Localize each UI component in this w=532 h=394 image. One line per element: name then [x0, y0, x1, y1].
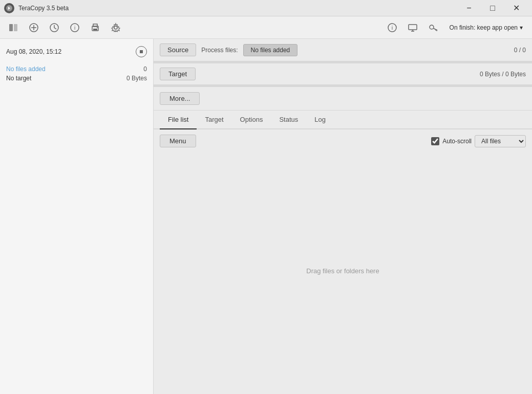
svg-text:i: i [74, 25, 75, 31]
maximize-button[interactable]: □ [481, 0, 504, 16]
stop-button[interactable] [136, 46, 147, 57]
checksum-icon: i [70, 23, 80, 33]
files-value: 0 [143, 65, 147, 73]
checksum-button[interactable]: i [66, 18, 84, 37]
key-icon [428, 23, 438, 33]
main-window: i i [0, 16, 532, 394]
right-panel: Source Process files: No files added 0 /… [154, 39, 532, 394]
settings-button[interactable] [107, 18, 125, 37]
print-icon [90, 23, 100, 33]
svg-point-19 [430, 25, 434, 29]
app-logo [4, 3, 14, 13]
on-finish-button[interactable]: On finish: keep app open ▾ [444, 22, 528, 33]
more-row: More... [154, 87, 532, 111]
menu-button[interactable]: Menu [160, 135, 196, 147]
monitor-button[interactable] [403, 18, 422, 37]
process-label: Process files: [201, 47, 238, 54]
autoscroll-checkbox[interactable] [431, 137, 439, 145]
target-label: No target [6, 75, 31, 82]
panel-toggle-button[interactable] [4, 18, 23, 37]
key-button[interactable] [424, 18, 442, 37]
info-button[interactable]: i [383, 18, 401, 37]
add-button[interactable] [25, 18, 43, 37]
panel-toggle-icon [8, 23, 18, 33]
svg-rect-2 [14, 24, 17, 31]
svg-text:i: i [391, 25, 392, 31]
content-area: Aug 08, 2020, 15:12 No files added 0 No … [0, 39, 532, 394]
target-size-info: 0 Bytes / 0 Bytes [480, 71, 526, 78]
history-icon [49, 23, 59, 33]
files-stat: No files added 0 [4, 64, 149, 74]
left-panel: Aug 08, 2020, 15:12 No files added 0 No … [0, 39, 154, 394]
close-button[interactable]: ✕ [504, 0, 528, 16]
on-finish-chevron: ▾ [520, 24, 523, 31]
file-list-area: Menu Auto-scroll All files Copied Skippe… [154, 129, 532, 394]
svg-point-12 [97, 27, 98, 28]
tab-status[interactable]: Status [271, 111, 306, 129]
app-title: TeraCopy 3.5 beta [18, 5, 457, 12]
filter-select[interactable]: All files Copied Skipped Failed [475, 135, 526, 147]
settings-icon [111, 23, 121, 33]
svg-rect-16 [409, 25, 417, 30]
file-count: 0 / 0 [514, 47, 526, 54]
source-row: Source Process files: No files added 0 /… [154, 39, 532, 61]
left-panel-header: Aug 08, 2020, 15:12 [4, 43, 149, 60]
minimize-button[interactable]: − [457, 0, 481, 16]
session-date: Aug 08, 2020, 15:12 [6, 48, 61, 55]
more-button[interactable]: More... [160, 92, 200, 105]
target-stat: No target 0 Bytes [4, 74, 149, 83]
process-status-button[interactable]: No files added [243, 44, 298, 56]
autoscroll-area: Auto-scroll All files Copied Skipped Fai… [431, 135, 526, 147]
tab-target[interactable]: Target [197, 111, 231, 129]
file-list-drop-area: Drag files or folders here [160, 152, 526, 389]
autoscroll-label: Auto-scroll [442, 138, 472, 145]
info-icon: i [387, 23, 397, 33]
source-button[interactable]: Source [160, 43, 196, 56]
add-icon [29, 23, 39, 33]
tab-log[interactable]: Log [306, 111, 334, 129]
target-value: 0 Bytes [126, 75, 147, 82]
svg-rect-10 [93, 24, 97, 27]
tab-file-list[interactable]: File list [160, 111, 197, 129]
file-list-toolbar: Menu Auto-scroll All files Copied Skippe… [160, 135, 526, 147]
svg-point-13 [114, 26, 117, 29]
svg-rect-11 [93, 29, 97, 30]
on-finish-label: On finish: keep app open [450, 24, 518, 31]
toolbar: i i [0, 16, 532, 39]
tab-options[interactable]: Options [232, 111, 271, 129]
svg-rect-1 [9, 24, 13, 31]
stop-icon [139, 49, 144, 54]
logo-icon [6, 5, 13, 12]
print-button[interactable] [86, 18, 104, 37]
window-controls: − □ ✕ [457, 0, 528, 16]
tabs-bar: File list Target Options Status Log [154, 111, 532, 129]
history-button[interactable] [45, 18, 63, 37]
svg-rect-23 [140, 50, 143, 53]
target-button[interactable]: Target [160, 68, 196, 80]
monitor-icon [408, 23, 418, 33]
title-bar: TeraCopy 3.5 beta − □ ✕ [0, 0, 532, 16]
drag-drop-hint: Drag files or folders here [306, 267, 379, 275]
target-row: Target 0 Bytes / 0 Bytes [154, 63, 532, 85]
files-label: No files added [6, 65, 46, 73]
